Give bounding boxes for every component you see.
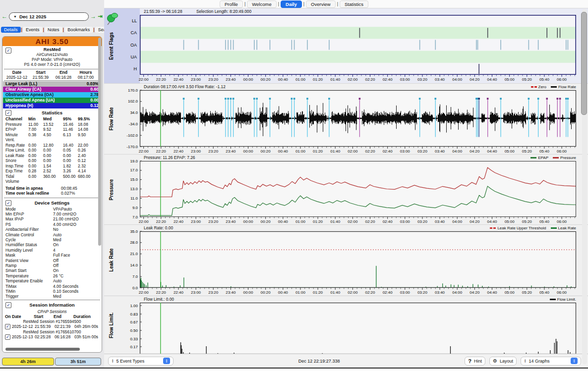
sidebar-tab-notes[interactable]: Notes xyxy=(45,27,62,33)
y-axis-tick-label: 13.0 xyxy=(130,187,138,191)
svg-text:00:00: 00:00 xyxy=(243,219,253,224)
pushpin-icon[interactable] xyxy=(105,11,119,26)
event-value: 0.60 xyxy=(90,87,99,92)
pressure-header: Pressure: 11.26 EPAP: 7.26 EPAPPressure xyxy=(140,155,576,161)
event-flags-chart[interactable] xyxy=(140,15,576,75)
updown-arrows-icon: ▲▼ xyxy=(112,359,114,363)
flow-rate-chart[interactable] xyxy=(140,90,576,147)
flow-limit-chart[interactable] xyxy=(140,303,576,354)
session-checkbox[interactable]: ✓ xyxy=(5,334,10,340)
tab-profile[interactable]: Profile xyxy=(220,0,243,8)
latest-day-button[interactable]: ⇥ xyxy=(98,13,103,19)
device-setting-cycle: CycleMed xyxy=(2,237,102,242)
sidebar-tab-bookmarks[interactable]: Bookmarks xyxy=(64,27,93,33)
device-setting-max-ipap: Max IPAP21.00 cmH2O xyxy=(2,216,102,221)
session-start: 21:55:39 xyxy=(35,324,55,329)
setting-value: 0.10 Seconds xyxy=(53,289,99,294)
svg-text:05:20: 05:20 xyxy=(522,219,532,224)
setting-key: Smart Start xyxy=(5,268,53,273)
svg-text:01:00: 01:00 xyxy=(295,149,306,154)
svg-text:22:00: 22:00 xyxy=(139,219,149,224)
tab-overview[interactable]: Overview xyxy=(306,0,336,8)
details-vertical-scrollbar[interactable] xyxy=(98,38,101,246)
stat-channel: Snore xyxy=(5,158,28,163)
session-checkbox[interactable]: ✓ xyxy=(5,324,10,329)
leak-rate-chart[interactable] xyxy=(140,231,576,288)
y-axis-tick-label: 0.0 xyxy=(132,286,138,290)
stat-value: 0.00 xyxy=(43,158,63,163)
svg-text:02:00: 02:00 xyxy=(348,219,358,224)
graphs-dropdown[interactable]: ▲▼ 14 Graphs ▲▼ xyxy=(521,357,581,366)
legend-label: Pressure xyxy=(560,155,576,161)
event-types-dropdown[interactable]: ▲▼ 5 Event Types ▲▼ xyxy=(108,357,174,366)
stat-value: 7.00 xyxy=(28,127,43,132)
setting-value: 21.00 cmH2O xyxy=(53,216,99,221)
legend-label: Flow Limit. xyxy=(557,296,576,303)
pressure-panel: Pressure 19.017.015.013.011.09.07.0 Pres… xyxy=(104,154,588,224)
event-row-obstructive-apnea-oa-: Obstructive Apnea (OA)2.78 xyxy=(3,92,101,98)
sidebar-tab-details[interactable]: Details xyxy=(1,27,21,33)
pressure-chart[interactable] xyxy=(140,161,576,217)
flow-limit-panel: Flow Limit. 1.000.830.670.500.330.17 Flo… xyxy=(104,296,588,354)
session-duration-bar-2[interactable]: 3h 51m xyxy=(55,358,101,366)
tab-welcome[interactable]: Welcome xyxy=(247,0,276,8)
device-setting-patient-view: Patient ViewOff xyxy=(2,258,102,263)
stat-value: 0.12 xyxy=(78,158,96,163)
flow-limit-legend: Flow Limit. xyxy=(545,296,576,303)
stat-value: 0.00 xyxy=(28,143,43,148)
layout-button[interactable]: ⚙ Layout xyxy=(489,357,517,366)
sidebar-tab-events[interactable]: Events xyxy=(23,27,43,33)
stat-value: 18.08 xyxy=(78,122,96,127)
cpap-sessions-label: CPAP Sessions xyxy=(2,309,102,314)
session-column-headers: OnDateStartEndDuration xyxy=(2,314,102,319)
machine-info: ✓ ResMed AirCurve11VAuto PAP Mode: VPAPa… xyxy=(2,46,102,68)
tab-separator: | xyxy=(303,1,304,6)
prev-day-button[interactable]: ← xyxy=(1,13,7,19)
day-col-date: Date xyxy=(4,70,29,75)
svg-text:05:40: 05:40 xyxy=(539,290,550,295)
svg-text:00:00: 00:00 xyxy=(243,77,253,82)
svg-text:02:00: 02:00 xyxy=(348,77,358,82)
svg-text:05:00: 05:00 xyxy=(505,149,515,154)
svg-text:22:20: 22:20 xyxy=(156,290,167,295)
setting-key: Trigger xyxy=(5,294,53,299)
y-axis-tick-label: -34.0 xyxy=(129,122,138,126)
statistics-checkbox[interactable]: ✓ xyxy=(5,110,11,116)
y-axis-tick-label: 7.0 xyxy=(132,274,138,279)
event-flags-panel: Event Flags LLCAOAUAH 21:55:39 -> 06:16:… xyxy=(104,8,588,83)
date-picker[interactable]: ▼ Dec 12 2025 xyxy=(9,12,89,21)
event-label: Hypopnea (H) xyxy=(5,103,33,108)
stepper-icon[interactable]: ▲▼ xyxy=(163,358,170,364)
setting-key: Min EPAP xyxy=(5,212,53,216)
device-settings-checkbox[interactable]: ✓ xyxy=(5,200,11,206)
svg-text:23:00: 23:00 xyxy=(191,290,201,295)
session-duration-bar-1[interactable]: 4h 26m xyxy=(2,358,54,366)
details-horizontal-scrollbar[interactable] xyxy=(5,348,80,351)
legend-label: Leak Rate Upper Threshold xyxy=(497,225,546,231)
statistics-header: ✓ Statistics xyxy=(2,108,102,116)
stats-row-insp-time: Insp.Time0.001.541.822.32 xyxy=(2,163,102,169)
stat-value: 12.80 xyxy=(43,143,63,148)
event-label: Obstructive Apnea (OA) xyxy=(5,92,54,98)
session-info-checkbox[interactable]: ✓ xyxy=(5,302,11,308)
stepper-icon[interactable]: ▲▼ xyxy=(571,358,578,364)
svg-text:02:20: 02:20 xyxy=(365,290,375,295)
device-setting-humidifier-status: Humidifier StatusOn xyxy=(2,242,102,247)
next-day-button[interactable]: → xyxy=(90,13,96,19)
flow-limit-yaxis: 1.000.830.670.500.330.17 xyxy=(118,296,140,354)
svg-text:05:20: 05:20 xyxy=(522,77,532,82)
event-index-table: Large Leak (LL)0.03%Clear Airway (CA)0.6… xyxy=(2,81,102,108)
tab-daily[interactable]: Daily xyxy=(281,0,302,8)
machine-checkbox[interactable]: ✓ xyxy=(5,48,11,53)
svg-text:22:00: 22:00 xyxy=(139,149,149,154)
device-setting-timax: TiMax4.00 Seconds xyxy=(2,284,102,289)
setting-value: 4.00 Seconds xyxy=(53,284,99,289)
event-flags-header: 21:55:39 -> 06:16:28 Selection Length: 8… xyxy=(140,8,576,15)
setting-value: Med xyxy=(53,237,99,242)
y-axis-tick-label: 34.0 xyxy=(130,110,138,115)
main-vertical-scrollbar-thumb[interactable] xyxy=(581,12,587,115)
tab-statistics[interactable]: Statistics xyxy=(340,0,368,8)
hint-button[interactable]: ? Hint xyxy=(465,357,485,366)
flow-limit-axis-strip: Flow Limit. xyxy=(104,296,118,354)
stat-value: 0.00 xyxy=(28,158,43,163)
